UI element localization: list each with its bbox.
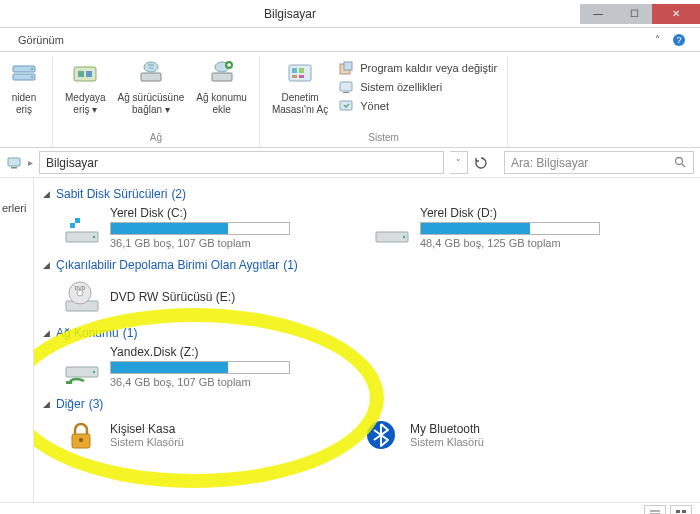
add-network-location-button[interactable]: Ağ konumu ekle [190,56,253,118]
ribbon-partial-button[interactable]: niden eriş [2,56,46,118]
ribbon-group-system: Denetim Masası'nı Aç Program kaldır veya… [260,56,508,147]
view-details-button[interactable] [644,505,666,515]
svg-rect-23 [340,101,352,110]
media-access-button[interactable]: Medyaya eriş ▾ [59,56,112,118]
svg-point-10 [144,62,158,72]
main-pane: ◢ Sabit Disk Sürücüleri (2) Yerel Disk (… [34,178,700,502]
svg-point-43 [79,438,83,442]
ribbon-tabstrip: Görünüm ˄ ? [0,28,700,52]
ribbon-collapse-chevron[interactable]: ˄ [649,34,666,45]
address-dropdown[interactable]: ˅ [450,151,468,174]
minimize-button[interactable]: — [580,4,616,24]
svg-text:?: ? [676,35,681,45]
collapse-icon: ◢ [40,260,52,270]
media-icon [69,58,101,90]
drive-z[interactable]: Yandex.Disk (Z:) 36,4 GB boş, 107 GB top… [62,345,342,388]
svg-rect-6 [74,67,96,81]
svg-rect-24 [8,158,20,166]
section-removable[interactable]: ◢ Çıkarılabilir Depolama Birimi Olan Ayg… [40,255,700,275]
ribbon-partial-label: niden eriş [12,92,36,116]
search-icon [674,156,687,169]
svg-rect-25 [11,167,17,169]
manage-button[interactable]: Yönet [338,98,497,114]
bluetooth-icon [362,416,400,454]
hdd-icon [372,208,412,248]
svg-rect-22 [343,92,349,93]
tab-view[interactable]: Görünüm [8,30,74,50]
system-properties-button[interactable]: Sistem özellikleri [338,79,497,95]
svg-point-34 [403,235,405,237]
refresh-button[interactable] [474,156,498,170]
address-bar: ▸ Bilgisayar ˅ Ara: Bilgisayar [0,148,700,178]
ribbon-system-label: Sistem [368,130,399,147]
collapse-icon: ◢ [40,328,52,338]
map-drive-icon [135,58,167,90]
svg-rect-11 [212,73,232,81]
svg-point-40 [93,370,95,372]
maximize-button[interactable]: ☐ [616,4,652,24]
ribbon-group-network: Medyaya eriş ▾ Ağ sürücüsüne bağlan ▾ Ağ… [53,56,260,147]
window-title: Bilgisayar [0,7,580,21]
svg-rect-7 [78,71,84,77]
svg-point-26 [676,158,683,165]
svg-rect-18 [299,75,304,78]
ribbon-network-label: Ağ [150,130,162,147]
window-controls: — ☐ ✕ [580,4,700,24]
svg-rect-8 [86,71,92,77]
help-icon[interactable]: ? [666,33,692,47]
drive-d[interactable]: Yerel Disk (D:) 48,4 GB boş, 125 GB topl… [372,206,652,249]
drive-stack-icon [8,58,40,90]
ribbon-group-partial: niden eriş [0,56,53,147]
properties-icon [338,79,354,95]
svg-rect-48 [676,510,680,513]
capacity-bar [110,222,290,235]
manage-icon [338,98,354,114]
collapse-icon: ◢ [40,189,52,199]
svg-rect-41 [66,381,72,384]
breadcrumb-sep-icon: ▸ [28,157,33,168]
status-bar [0,502,700,514]
add-netloc-icon [206,58,238,90]
control-panel-button[interactable]: Denetim Masası'nı Aç [266,56,334,118]
network-drive-icon [62,347,102,387]
svg-text:DVD: DVD [75,285,86,291]
svg-rect-16 [299,68,304,73]
dvd-drive-icon: DVD [62,277,102,317]
uninstall-icon [338,60,354,76]
address-path[interactable]: Bilgisayar [39,151,444,174]
item-bluetooth[interactable]: My Bluetooth Sistem Klasörü [362,416,632,454]
svg-rect-31 [70,218,75,223]
section-network[interactable]: ◢ Ağ Konumu (1) [40,323,700,343]
svg-rect-9 [141,73,161,81]
content-area: erleri ◢ Sabit Disk Sürücüleri (2) Yerel… [0,178,700,502]
drive-c[interactable]: Yerel Disk (C:) 36,1 GB boş, 107 GB topl… [62,206,342,249]
capacity-bar [110,361,290,374]
svg-rect-49 [682,510,686,513]
ribbon: niden eriş Medyaya eriş ▾ Ağ sürücüsüne … [0,52,700,148]
view-tiles-button[interactable] [670,505,692,515]
hdd-icon [62,208,102,248]
svg-point-29 [93,235,95,237]
titlebar: Bilgisayar — ☐ ✕ [0,0,700,28]
svg-rect-15 [292,68,297,73]
drive-dvd[interactable]: DVD DVD RW Sürücüsü (E:) [62,277,342,317]
section-hdd[interactable]: ◢ Sabit Disk Sürücüleri (2) [40,184,700,204]
close-button[interactable]: ✕ [652,4,700,24]
lock-icon [62,416,100,454]
svg-point-4 [31,68,33,70]
collapse-icon: ◢ [40,399,52,409]
item-personal-vault[interactable]: Kişisel Kasa Sistem Klasörü [62,416,332,454]
svg-rect-32 [75,223,80,228]
capacity-bar [420,222,600,235]
svg-line-27 [682,164,685,167]
svg-rect-20 [344,62,352,70]
control-panel-icon [284,58,316,90]
svg-point-5 [31,76,33,78]
uninstall-programs-button[interactable]: Program kaldır veya değiştir [338,60,497,76]
computer-icon [6,155,22,171]
map-network-drive-button[interactable]: Ağ sürücüsüne bağlan ▾ [112,56,191,118]
section-other[interactable]: ◢ Diğer (3) [40,394,700,414]
search-input[interactable]: Ara: Bilgisayar [504,151,694,174]
navigation-pane[interactable]: erleri [0,178,34,502]
svg-rect-17 [292,75,297,78]
